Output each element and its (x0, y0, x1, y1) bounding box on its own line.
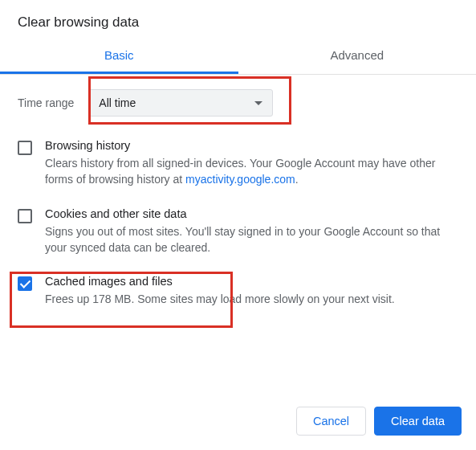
option-desc: Signs you out of most sites. You'll stay… (45, 223, 458, 256)
tab-basic[interactable]: Basic (0, 39, 238, 74)
tab-bar: Basic Advanced (0, 39, 476, 75)
time-range-label: Time range (18, 96, 74, 109)
option-title: Cookies and other site data (45, 207, 458, 220)
dialog-body: Time range All time Browsing history Cle… (0, 75, 476, 307)
cancel-button[interactable]: Cancel (296, 407, 366, 436)
option-desc: Clears history from all signed-in device… (45, 155, 458, 188)
time-range-select[interactable]: All time (88, 89, 273, 117)
checkbox-cookies[interactable] (18, 209, 32, 223)
option-cache: Cached images and files Frees up 178 MB.… (18, 275, 458, 307)
option-cookies: Cookies and other site data Signs you ou… (18, 207, 458, 256)
dialog-footer: Cancel Clear data (296, 407, 462, 436)
chevron-down-icon (254, 101, 262, 105)
checkbox-cache[interactable] (18, 276, 32, 291)
checkbox-browsing-history[interactable] (18, 141, 32, 155)
tab-advanced[interactable]: Advanced (238, 39, 477, 74)
dialog-title: Clear browsing data (0, 0, 476, 39)
time-range-row: Time range All time (18, 89, 458, 117)
option-browsing-history: Browsing history Clears history from all… (18, 139, 458, 188)
option-title: Browsing history (45, 139, 458, 152)
option-desc: Frees up 178 MB. Some sites may load mor… (45, 291, 458, 307)
clear-data-button[interactable]: Clear data (374, 407, 462, 436)
myactivity-link[interactable]: myactivity.google.com (185, 173, 295, 186)
clear-browsing-data-dialog: Clear browsing data Basic Advanced Time … (0, 0, 476, 307)
option-title: Cached images and files (45, 275, 458, 288)
time-range-value: All time (99, 96, 136, 109)
